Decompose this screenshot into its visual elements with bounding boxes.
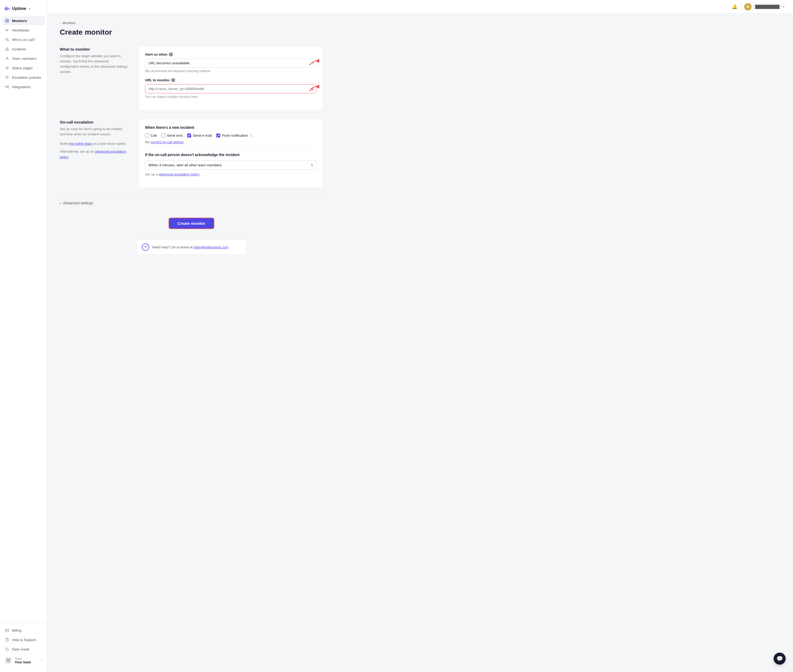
sidebar-item-team-members[interactable]: Team members	[2, 54, 45, 63]
incident-section: When there's a new incident Call Send sm…	[145, 125, 317, 144]
send-email-checkbox[interactable]	[187, 133, 191, 138]
user-menu[interactable]: M ██████████ ▾	[742, 2, 787, 11]
help-email-link[interactable]: hello@betterstack.com	[194, 245, 229, 249]
uptime-logo-icon	[4, 6, 10, 11]
sidebar-item-billing[interactable]: Billing	[2, 626, 45, 635]
on-call-right: When there's a new incident Call Send sm…	[139, 119, 323, 188]
svg-line-18	[6, 87, 8, 88]
breadcrumb[interactable]: ‹ Monitors	[60, 21, 323, 25]
send-email-label: Send e-mail	[193, 133, 212, 138]
send-sms-checkbox[interactable]	[161, 133, 165, 138]
url-input-wrapper: ⊗	[145, 84, 317, 93]
help-text: Need help? Let us know at hello@betterst…	[152, 245, 229, 249]
alert-when-select[interactable]: URL becomes unavailable URL becomes avai…	[145, 59, 317, 68]
escalation-select[interactable]: Within 3 minutes, alert all other team m…	[145, 160, 317, 170]
sidebar-item-heartbeats[interactable]: Heartbeats	[2, 26, 45, 35]
app-name: Uptime	[12, 6, 26, 11]
advanced-settings-toggle[interactable]: › Advanced settings	[60, 198, 323, 208]
sidebar-item-integrations-label: Integrations	[12, 85, 31, 89]
sidebar-nav: Monitors Heartbeats Who's on-call? Incid…	[0, 16, 47, 624]
sidebar-item-status-pages[interactable]: Status pages	[2, 64, 45, 72]
sidebar-item-team-members-label: Team members	[12, 57, 37, 61]
svg-point-10	[6, 67, 9, 69]
send-email-checkbox-item[interactable]: Send e-mail	[187, 133, 212, 138]
sidebar-item-incidents[interactable]: Incidents	[2, 45, 45, 53]
sidebar-item-whos-on-call-label: Who's on-call?	[12, 38, 35, 42]
help-icon: ?	[142, 243, 149, 251]
sidebar-item-dark-mode[interactable]: Dark mode	[2, 645, 45, 654]
checkbox-row: Call Send sms Send e-mail	[145, 133, 317, 138]
create-monitor-button[interactable]: Create monitor	[169, 218, 214, 229]
sidebar-item-escalation-policies-label: Escalation policies	[12, 75, 41, 80]
push-notification-checkbox[interactable]	[216, 133, 220, 138]
sidebar-item-whos-on-call[interactable]: Who's on-call?	[2, 35, 45, 44]
user-menu-chevron-icon: ▾	[783, 5, 785, 8]
sidebar-item-help-support-label: Help & Support	[12, 638, 36, 642]
what-to-monitor-title: What to monitor	[60, 47, 128, 51]
chat-bubble[interactable]: 💬	[774, 653, 786, 665]
alert-when-label: Alert us when i	[145, 53, 317, 56]
breadcrumb-parent: Monitors	[62, 21, 75, 25]
sidebar-team[interactable]: Team Your team ⌃	[2, 654, 45, 667]
svg-rect-1	[6, 6, 7, 11]
status-pages-icon	[5, 66, 10, 70]
url-hint-link[interactable]: here	[192, 95, 198, 99]
push-notification-label: Push notification	[222, 133, 248, 138]
help-footer: ? Need help? Let us know at hello@better…	[136, 240, 246, 255]
escalation-select-wrapper: Within 3 minutes, alert all other team m…	[145, 160, 317, 170]
url-to-monitor-info-icon: i	[171, 78, 175, 82]
team-avatar	[5, 657, 12, 664]
push-notification-warning-icon: ⚠	[249, 133, 253, 138]
push-notification-checkbox-item[interactable]: Push notification ⚠	[216, 133, 253, 138]
send-sms-label: Send sms	[167, 133, 182, 138]
help-support-icon	[5, 637, 10, 642]
url-to-monitor-label: URL to monitor i	[145, 78, 317, 82]
url-clear-icon[interactable]: ⊗	[310, 86, 314, 91]
user-avatar: M	[744, 3, 751, 11]
sidebar-item-integrations[interactable]: Integrations	[2, 82, 45, 91]
sidebar-logo[interactable]: Uptime ▾	[0, 3, 47, 16]
sidebar-item-monitors[interactable]: Monitors	[2, 16, 45, 25]
sidebar-item-heartbeats-label: Heartbeats	[12, 28, 29, 32]
svg-rect-3	[9, 8, 10, 10]
notification-bell[interactable]: 🔔	[730, 2, 739, 11]
escalation-hint: Set up a advanced escalation policy .	[145, 172, 317, 176]
call-checkbox[interactable]	[145, 133, 149, 138]
url-input[interactable]	[145, 84, 317, 93]
sidebar-item-help-support[interactable]: Help & Support	[2, 635, 45, 644]
billing-icon	[5, 628, 10, 633]
sidebar-item-escalation-policies[interactable]: Escalation policies	[2, 73, 45, 82]
create-button-wrapper: Create monitor	[60, 218, 323, 229]
current-oncall-link[interactable]: current on-call person	[151, 140, 184, 144]
svg-point-7	[7, 50, 7, 50]
advanced-escalation-policy-link[interactable]: advanced escalation policy	[159, 172, 199, 176]
call-checkbox-item[interactable]: Call	[145, 133, 157, 138]
svg-point-9	[6, 67, 8, 69]
sidebar-item-dark-mode-label: Dark mode	[12, 647, 29, 651]
svg-rect-0	[5, 7, 5, 10]
svg-point-5	[6, 20, 8, 21]
username-label: ██████████	[753, 4, 782, 9]
on-call-desc1: Set up rules for who's going to be notif…	[60, 126, 128, 137]
team-name: Your team	[15, 660, 37, 664]
svg-point-23	[7, 659, 8, 661]
acknowledge-title: If the on-call person doesn't acknowledg…	[145, 153, 317, 157]
advanced-settings-label: Advanced settings	[63, 201, 93, 205]
sidebar-bottom: Billing Help & Support Dark mode Team Yo…	[0, 624, 47, 669]
what-to-monitor-right: Alert us when i URL becomes unavailable …	[139, 46, 323, 110]
acknowledge-group: If the on-call person doesn't acknowledg…	[145, 153, 317, 176]
what-to-monitor-card: Alert us when i URL becomes unavailable …	[139, 46, 323, 110]
on-call-escalation-section: On-call escalation Set up rules for who'…	[60, 119, 323, 188]
on-call-left: On-call escalation Set up rules for who'…	[60, 119, 128, 160]
entire-team-link[interactable]: the entire team	[69, 142, 92, 146]
svg-rect-2	[7, 7, 8, 10]
page-title: Create monitor	[60, 28, 323, 37]
send-sms-checkbox-item[interactable]: Send sms	[161, 133, 182, 138]
main-content: ‹ Monitors Create monitor What to monito…	[47, 0, 793, 672]
svg-point-8	[6, 57, 8, 59]
chat-bubble-icon: 💬	[777, 656, 783, 662]
team-members-icon	[5, 56, 10, 61]
what-to-monitor-section: What to monitor Configure the target web…	[60, 46, 323, 110]
sidebar-item-incidents-label: Incidents	[12, 47, 26, 51]
breadcrumb-chevron-icon: ‹	[60, 21, 61, 25]
